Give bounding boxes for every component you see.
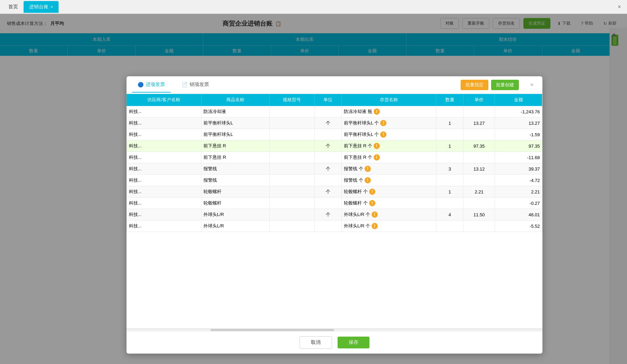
table-cell-4: 前下悬挂 R 个! [342,140,436,152]
warning-icon: ! [380,131,386,138]
table-cell-6 [463,175,495,186]
warning-icon: ! [365,166,371,172]
warning-icon: ! [369,200,375,206]
table-cell-6 [463,106,495,118]
table-cell-5: 4 [436,209,463,220]
table-row[interactable]: 科技...前平衡杆球头L前平衡杆球头L 个!-1.59 [127,129,542,140]
table-row[interactable]: 科技...防冻冷却液防冻冷却液 瓶!-1,243.76 [127,106,542,118]
table-cell-3 [314,198,341,209]
table-cell-3: 个 [314,118,341,129]
table-cell-1: 轮毂螺杆 [201,198,270,209]
table-cell-2 [269,186,314,198]
table-row[interactable]: 科技...前下悬挂 R前下悬挂 R 个!-11.68 [127,152,542,163]
table-row[interactable]: 科技...报警线报警线 个!-4.72 [127,175,542,186]
table-cell-4: 外球头L/R 个! [342,209,436,220]
table-cell-7: -1,243.76 [495,106,542,118]
table-cell-0: 科技... [127,209,201,220]
table-cell-3: 个 [314,186,341,198]
table-cell-7: -11.68 [495,152,542,163]
table-cell-7: -0.27 [495,198,542,209]
tab-ledger-close[interactable]: × [51,5,53,9]
table-cell-1: 前下悬挂 R [201,140,270,152]
modal-dialog: 🔵 进项发票 📄 销项发票 批量指定 批量创建 × 供应商/客户名称 商品名称 [127,76,542,354]
table-cell-0: 科技... [127,186,201,198]
table-cell-3: 个 [314,163,341,175]
save-button[interactable]: 保存 [338,337,369,348]
table-cell-1: 前平衡杆球头L [201,129,270,140]
table-cell-2 [269,220,314,232]
table-cell-1: 前平衡杆球头L [201,118,270,129]
table-cell-2 [269,198,314,209]
table-cell-5 [436,175,463,186]
modal-header: 🔵 进项发票 📄 销项发票 批量指定 批量创建 × [127,76,542,94]
table-cell-6 [463,152,495,163]
tab-home[interactable]: 首页 [3,1,24,13]
modal-body: 供应商/客户名称 商品名称 规格型号 单位 存货名称 数量 单价 金额 科技..… [127,94,542,328]
table-cell-6 [463,129,495,140]
table-cell-4: 轮毂螺杆 个! [342,186,436,198]
batch-assign-button[interactable]: 批量指定 [461,80,488,90]
table-cell-4: 防冻冷却液 瓶! [342,106,436,118]
table-cell-0: 科技... [127,198,201,209]
th-spec: 规格型号 [269,94,314,106]
table-cell-5: 1 [436,118,463,129]
table-row[interactable]: 科技...外球头L/R个外球头L/R 个!411.5046.01 [127,209,542,220]
table-cell-7: 13.27 [495,118,542,129]
table-cell-3 [314,106,341,118]
table-cell-4: 前平衡杆球头L 个! [342,129,436,140]
table-cell-0: 科技... [127,106,201,118]
th-amount: 金额 [495,94,542,106]
table-row[interactable]: 科技...前平衡杆球头L个前平衡杆球头L 个!113.2713.27 [127,118,542,129]
table-cell-7: -4.72 [495,175,542,186]
tab-sales-invoice[interactable]: 📄 销项发票 [176,77,215,93]
table-row[interactable]: 科技...轮毂螺杆个轮毂螺杆 个!12.212.21 [127,186,542,198]
table-row[interactable]: 科技...前下悬挂 R个前下悬挂 R 个!197.3597.35 [127,140,542,152]
table-cell-3 [314,175,341,186]
table-cell-3 [314,129,341,140]
purchase-tab-icon: 🔵 [138,82,143,87]
sales-tab-icon: 📄 [182,82,188,87]
tab-purchase-invoice[interactable]: 🔵 进项发票 [132,77,171,93]
table-cell-6: 2.21 [463,186,495,198]
table-cell-4: 轮毂螺杆 个! [342,198,436,209]
modal-action-buttons: 批量指定 批量创建 [461,80,519,90]
table-cell-2 [269,140,314,152]
table-cell-0: 科技... [127,118,201,129]
table-cell-0: 科技... [127,152,201,163]
modal-close-button[interactable]: × [527,80,537,90]
table-cell-5: 1 [436,186,463,198]
table-cell-2 [269,175,314,186]
warning-icon: ! [369,189,375,195]
table-cell-7: -5.52 [495,220,542,232]
table-cell-1: 报警线 [201,163,270,175]
table-cell-1: 轮毂螺杆 [201,186,270,198]
table-cell-0: 科技... [127,220,201,232]
table-cell-2 [269,209,314,220]
window-close-button[interactable]: × [615,2,624,12]
warning-icon: ! [372,223,378,229]
batch-create-button[interactable]: 批量创建 [491,80,519,90]
table-cell-7: -1.59 [495,129,542,140]
table-cell-3 [314,152,341,163]
table-cell-1: 外球头L/R [201,209,270,220]
warning-icon: ! [365,177,371,183]
table-row[interactable]: 科技...报警线个报警线 个!313.1239.37 [127,163,542,175]
table-row[interactable]: 科技...外球头L/R外球头L/R 个!-5.52 [127,220,542,232]
table-cell-6: 97.35 [463,140,495,152]
table-cell-3: 个 [314,209,341,220]
tab-sales-label: 销项发票 [190,81,209,88]
cancel-button[interactable]: 取消 [299,336,332,349]
table-cell-2 [269,152,314,163]
table-cell-7: 97.35 [495,140,542,152]
table-cell-6 [463,198,495,209]
tab-ledger[interactable]: 进销台账 × [24,1,59,13]
table-cell-2 [269,106,314,118]
table-cell-4: 外球头L/R 个! [342,220,436,232]
table-row[interactable]: 科技...轮毂螺杆轮毂螺杆 个!-0.27 [127,198,542,209]
table-cell-4: 报警线 个! [342,163,436,175]
horizontal-scrollbar[interactable] [127,328,542,331]
table-cell-6: 13.27 [463,118,495,129]
table-cell-1: 报警线 [201,175,270,186]
tab-bar: 首页 进销台账 × × [0,0,627,14]
table-cell-0: 科技... [127,163,201,175]
